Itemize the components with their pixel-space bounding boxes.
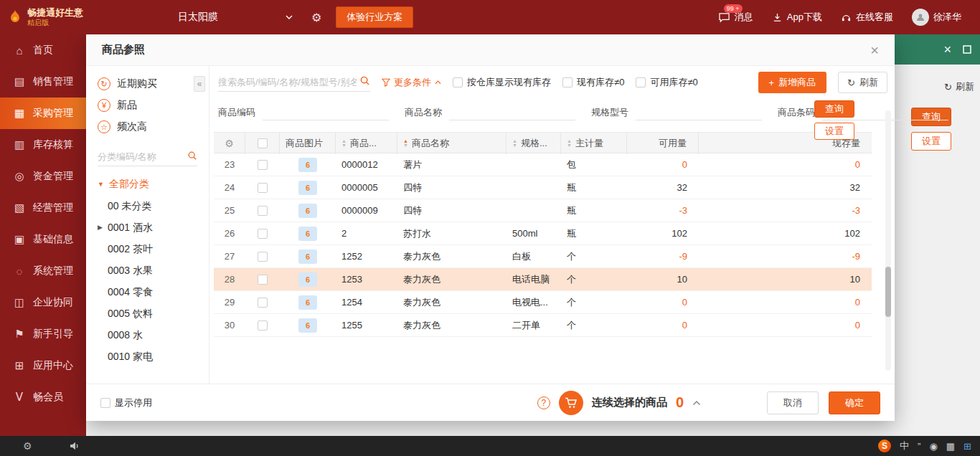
sidebar-item-home[interactable]: ⌂首页 [0, 34, 86, 66]
category-item[interactable]: 00 未分类 [86, 195, 209, 217]
row-checkbox[interactable] [258, 160, 268, 170]
app-download-button[interactable]: App下载 [772, 11, 822, 24]
background-maximize-icon[interactable] [963, 45, 971, 54]
search-icon[interactable] [359, 75, 370, 89]
field-spec-model: 规格型号 [591, 105, 762, 120]
help-icon[interactable]: ? [537, 396, 550, 409]
column-name[interactable]: ▲▼商品名称 [397, 133, 507, 154]
row-checkbox[interactable] [258, 229, 268, 239]
more-filters-button[interactable]: 更多条件 [382, 76, 441, 89]
checkbox[interactable] [100, 398, 110, 408]
column-code[interactable]: ▲▼商品... [336, 133, 397, 154]
checkbox-show-disabled[interactable]: 显示停用 [100, 396, 152, 409]
ime-keyboard-icon[interactable]: ▦ [946, 441, 955, 452]
column-available[interactable]: 可用量 [627, 133, 699, 154]
sidebar-item-system[interactable]: ◌系统管理 [0, 255, 86, 287]
category-item[interactable]: 0010 家电 [86, 346, 209, 367]
sidebar-item-app-center[interactable]: ⊞应用中心 [0, 350, 86, 381]
row-checkbox[interactable] [258, 183, 268, 193]
category-search-input[interactable] [98, 148, 184, 166]
trial-solution-button[interactable]: 体验行业方案 [336, 6, 413, 28]
dialog-close-icon[interactable]: × [870, 43, 879, 57]
product-search-input[interactable] [218, 73, 357, 91]
row-checkbox[interactable] [258, 252, 268, 262]
topbar-gear-icon[interactable]: ⚙ [311, 11, 321, 24]
category-all[interactable]: ▼ 全部分类 [86, 169, 209, 195]
volume-icon[interactable] [70, 442, 80, 450]
background-close-icon[interactable]: × [943, 42, 951, 57]
avatar [912, 9, 929, 26]
background-refresh-button[interactable]: ↻ 刷新 [944, 80, 974, 93]
settings-button[interactable]: 设置 [814, 123, 854, 140]
row-checkbox[interactable] [258, 320, 268, 331]
user-menu[interactable]: 徐泽华 [912, 9, 961, 26]
messages-button[interactable]: 99 + 消息 [718, 11, 753, 24]
table-row[interactable]: 23 6 0000012 薯片 包 0 0 [214, 153, 872, 176]
search-icon[interactable] [187, 151, 197, 163]
ime-toolbox-icon[interactable]: ⊞ [963, 441, 971, 452]
table-row[interactable]: 25 6 0000009 四特 瓶 -3 -3 [214, 199, 872, 222]
table-row-selected[interactable]: 28 6 1253 泰力灰色 电话电脑 个 10 10 [214, 268, 872, 291]
ime-logo-icon[interactable]: S [878, 440, 891, 452]
ime-mic-icon[interactable]: ◉ [929, 441, 937, 452]
ime-punctuation-icon[interactable]: ” [918, 441, 920, 452]
collapse-panel-button[interactable]: « [194, 76, 205, 92]
shortcut-recent-purchases[interactable]: ↻ 近期购买 [86, 73, 209, 95]
table-scrollbar[interactable] [885, 110, 891, 371]
column-settings-gear-icon[interactable]: ⚙ [225, 138, 234, 149]
table-row[interactable]: 29 6 1254 泰力灰色 电视电... 个 0 0 [214, 291, 872, 314]
table-row[interactable]: 24 6 0000005 四特 瓶 32 32 [214, 176, 872, 199]
table-row[interactable]: 30 6 1255 泰力灰色 二开单 个 0 0 [214, 314, 872, 337]
online-support-button[interactable]: 在线客服 [841, 11, 893, 24]
sidebar-item-purchase[interactable]: ▦采购管理 [0, 98, 86, 129]
row-checkbox[interactable] [258, 298, 268, 308]
category-item[interactable]: 0003 水果 [86, 260, 209, 281]
shortcut-high-frequency[interactable]: ☆ 频次高 [86, 116, 209, 138]
table-row[interactable]: 27 6 1252 泰力灰色 白板 个 -9 -9 [214, 245, 872, 268]
product-code-input[interactable] [263, 105, 389, 120]
product-name-input[interactable] [449, 105, 575, 120]
basic-info-icon: ▣ [13, 233, 26, 246]
row-checkbox[interactable] [258, 206, 268, 216]
taskbar-gear-icon[interactable]: ⚙ [23, 440, 32, 452]
checkbox[interactable] [636, 77, 646, 87]
category-item[interactable]: 0008 水 [86, 324, 209, 346]
confirm-button[interactable]: 确定 [829, 391, 880, 414]
category-item[interactable]: ▶0001 酒水 [86, 217, 209, 238]
add-product-button[interactable]: + 新增商品 [758, 72, 827, 93]
account-dropdown[interactable]: 日太阳膜 [178, 11, 293, 24]
table-row[interactable]: 26 6 2 苏打水 500ml 瓶 102 102 [214, 222, 872, 245]
column-unit[interactable]: ▲▼主计量 [561, 133, 627, 154]
select-all-checkbox[interactable] [258, 138, 268, 148]
sidebar-item-operations[interactable]: ▧经营管理 [0, 192, 86, 224]
category-item[interactable]: 0004 零食 [86, 281, 209, 303]
checkbox-show-by-warehouse[interactable]: 按仓库显示现有库存 [453, 76, 551, 89]
sidebar-item-funds[interactable]: ◎资金管理 [0, 161, 86, 192]
column-spec[interactable]: ▲▼规格... [507, 133, 561, 154]
collapse-selection-icon[interactable] [692, 400, 701, 406]
refresh-button[interactable]: ↻ 刷新 [838, 72, 887, 93]
sidebar-item-inventory[interactable]: ▥库存核算 [0, 129, 86, 161]
selected-products-label: 连续选择的商品 [592, 396, 667, 409]
checkbox[interactable] [453, 77, 463, 87]
checkbox-stock-nonzero[interactable]: 现有库存≠0 [562, 76, 624, 89]
cancel-button[interactable]: 取消 [767, 391, 819, 414]
category-item[interactable]: 0002 茶叶 [86, 238, 209, 260]
sidebar-item-sales[interactable]: ▤销售管理 [0, 66, 86, 98]
background-settings-button[interactable]: 设置 [911, 132, 951, 151]
product-image-thumbnail: 6 [298, 295, 317, 310]
checkbox[interactable] [562, 77, 573, 87]
sidebar-item-guide[interactable]: ⚑新手引导 [0, 318, 86, 350]
sidebar-item-basic-info[interactable]: ▣基础信息 [0, 224, 86, 255]
spec-model-input[interactable] [636, 105, 762, 120]
sidebar-item-collaboration[interactable]: ◫企业协同 [0, 287, 86, 318]
scrollbar-thumb[interactable] [885, 267, 891, 317]
shortcut-new-products[interactable]: ¥ 新品 [86, 95, 209, 116]
sidebar-item-member[interactable]: Ⅴ畅会员 [0, 381, 86, 413]
row-checkbox[interactable] [258, 275, 268, 285]
checkbox-available-nonzero[interactable]: 可用库存≠0 [636, 76, 697, 89]
category-item[interactable]: 0005 饮料 [86, 303, 209, 324]
ime-language-mode[interactable]: 中 [900, 440, 909, 452]
column-image[interactable]: 商品图片 [280, 133, 336, 154]
query-button[interactable]: 查询 [814, 100, 854, 118]
